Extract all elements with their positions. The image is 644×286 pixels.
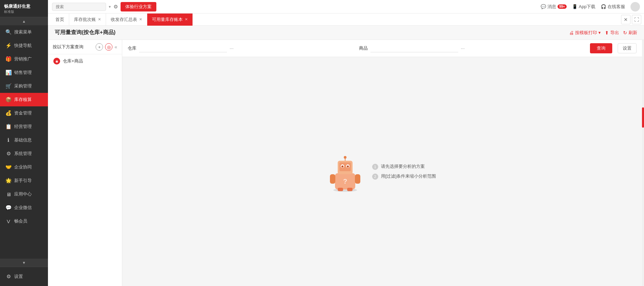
sidebar-scroll: 🔍 搜索菜单 ⚡ 快捷导航 🎁 营销推广 📊 销售管理 🛒 采购管理 📦 库存核…: [0, 25, 48, 259]
sidebar-item-资金管理[interactable]: 💰 资金管理: [0, 106, 48, 120]
sidebar-item-settings-label: 设置: [14, 274, 23, 280]
sidebar: 畅康通好生意 标准版 ▲ 🔍 搜索菜单 ⚡ 快捷导航 🎁 营销推广 📊 销售管理…: [0, 0, 48, 286]
goods-more-icon[interactable]: ···: [461, 46, 465, 51]
sidebar-item-基础信息[interactable]: ℹ 基础信息: [0, 133, 48, 147]
sidebar-icon-1: ⚡: [5, 43, 11, 49]
warehouse-field: 仓库 ···: [128, 44, 354, 52]
filter-item-0[interactable]: ◉ 仓库+商品: [48, 54, 122, 68]
sidebar-label-5: 库存核算: [14, 97, 32, 103]
sidebar-item-企业协同[interactable]: 🤝 企业协同: [0, 160, 48, 174]
right-scrollbar[interactable]: [642, 40, 644, 286]
tab-2[interactable]: 收发存汇总表✕: [106, 14, 147, 26]
add-scheme-button[interactable]: +: [96, 43, 103, 51]
tab-close-icon-3[interactable]: ✕: [185, 18, 188, 21]
sidebar-item-系统管理[interactable]: ⚙ 系统管理: [0, 147, 48, 160]
sidebar-icon-5: 📦: [5, 97, 11, 103]
sidebar-label-10: 企业协同: [14, 164, 32, 170]
sidebar-label-0: 搜索菜单: [14, 29, 32, 35]
sidebar-icon-11: 🌟: [5, 178, 11, 184]
expand-tab-window-btn[interactable]: ⛶: [632, 15, 641, 24]
topbar: ▾ ⚙ 体验行业方案 💬 消息 99+ 📱 App下载 🎧 在线客服: [48, 0, 644, 14]
tab-label-3: 可用量库存账本: [152, 17, 183, 23]
message-icon: 💬: [541, 4, 546, 9]
sidebar-item-采购管理[interactable]: 🛒 采购管理: [0, 79, 48, 93]
app-download-button[interactable]: 📱 App下载: [572, 4, 595, 10]
message-button[interactable]: 💬 消息 99+: [541, 4, 567, 10]
online-service-button[interactable]: 🎧 在线客服: [601, 4, 625, 10]
sidebar-scroll-down[interactable]: ▼: [0, 259, 48, 267]
sidebar-item-应用中心[interactable]: 🖥 应用中心: [0, 187, 48, 201]
sidebar-icon-0: 🔍: [5, 29, 11, 35]
sidebar-item-企业微信[interactable]: 💬 企业微信: [0, 201, 48, 214]
goods-input[interactable]: [370, 44, 458, 52]
message-label: 消息: [547, 4, 556, 10]
main-right: 仓库 ··· 商品 ··· 查询 设置: [122, 40, 642, 286]
search-chevron-icon[interactable]: ▾: [109, 4, 111, 9]
empty-state-text: 1 请先选择要分析的方案 2 用[过滤]条件来缩小分析范围: [372, 163, 436, 180]
sidebar-label-8: 基础信息: [14, 137, 32, 143]
sidebar-label-12: 应用中心: [14, 191, 32, 197]
sidebar-bottom: ⚙ 设置: [0, 267, 48, 286]
page-header-actions: 🖨 按模板打印 ▾ ⬆ 导出 ↻ 刷新: [569, 30, 637, 36]
robot-svg: ?: [328, 155, 362, 192]
topbar-gear-icon[interactable]: ⚙: [113, 4, 118, 10]
hint-text-2: 用[过滤]条件来缩小分析范围: [381, 173, 436, 179]
sidebar-label-7: 经营管理: [14, 124, 32, 130]
refresh-action[interactable]: ↻ 刷新: [623, 30, 637, 36]
sidebar-item-库存核算[interactable]: 📦 库存核算: [0, 93, 48, 106]
sidebar-icon-13: 💬: [5, 205, 11, 211]
hint-text-1: 请先选择要分析的方案: [381, 163, 425, 170]
page-header: 可用量查询(按仓库+商品) 🖨 按模板打印 ▾ ⬆ 导出 ↻ 刷新: [48, 26, 644, 40]
search-input[interactable]: [52, 3, 106, 11]
sidebar-item-营销推广[interactable]: 🎁 营销推广: [0, 52, 48, 66]
sidebar-item-畅会员[interactable]: V 畅会员: [0, 214, 48, 228]
trial-button[interactable]: 体验行业方案: [121, 2, 156, 11]
sidebar-icon-7: 📋: [5, 124, 11, 130]
warehouse-more-icon[interactable]: ···: [230, 46, 234, 51]
refresh-label: 刷新: [628, 30, 637, 36]
warehouse-input[interactable]: [139, 44, 227, 52]
right-scrollbar-thumb: [642, 107, 644, 128]
sidebar-label-1: 快捷导航: [14, 43, 32, 49]
sidebar-item-新手引导[interactable]: 🌟 新手引导: [0, 174, 48, 187]
filter-panel-header: 按以下方案查询 + ◎ «: [48, 40, 122, 54]
sidebar-icon-12: 🖥: [5, 191, 11, 197]
sidebar-item-搜索菜单[interactable]: 🔍 搜索菜单: [0, 25, 48, 39]
sidebar-label-3: 销售管理: [14, 70, 32, 76]
tab-close-icon-2[interactable]: ✕: [139, 18, 142, 21]
tab-3[interactable]: 可用量库存账本✕: [147, 14, 193, 26]
sidebar-item-经营管理[interactable]: 📋 经营管理: [0, 120, 48, 133]
hint-num-2: 2: [372, 174, 378, 180]
close-tab-window-btn[interactable]: ✕: [621, 15, 630, 24]
empty-state: ? 1 请先选择要分析的方案 2 用[过滤]条件来缩小分析范围: [122, 57, 642, 286]
sidebar-label-11: 新手引导: [14, 178, 32, 184]
app-name: 畅康通好生意: [4, 3, 44, 9]
tabs-bar: 首页库存批次账✕收发存汇总表✕可用量库存账本✕ ✕ ⛶: [48, 14, 644, 26]
scheme-settings-button[interactable]: ◎: [105, 43, 112, 51]
sidebar-icon-10: 🤝: [5, 164, 11, 170]
message-badge: 99+: [558, 4, 567, 9]
query-button[interactable]: 查询: [590, 43, 612, 53]
sidebar-scroll-up[interactable]: ▲: [0, 17, 48, 25]
topbar-right: 💬 消息 99+ 📱 App下载 🎧 在线客服: [541, 2, 640, 11]
avatar[interactable]: [630, 2, 640, 11]
headset-icon: 🎧: [601, 4, 606, 9]
collapse-panel-icon[interactable]: «: [114, 44, 117, 50]
tab-label-2: 收发存汇总表: [111, 17, 137, 23]
filter-panel: 按以下方案查询 + ◎ « ◉ 仓库+商品: [48, 40, 122, 286]
sidebar-label-9: 系统管理: [14, 151, 32, 157]
tab-0[interactable]: 首页: [51, 14, 69, 26]
sidebar-item-快捷导航[interactable]: ⚡ 快捷导航: [0, 39, 48, 52]
tab-close-icon-1[interactable]: ✕: [98, 18, 101, 21]
sidebar-item-settings[interactable]: ⚙ 设置: [0, 270, 48, 283]
export-action[interactable]: ⬆ 导出: [605, 30, 619, 36]
sidebar-item-销售管理[interactable]: 📊 销售管理: [0, 66, 48, 79]
tab-1[interactable]: 库存批次账✕: [69, 14, 106, 26]
export-label: 导出: [610, 30, 619, 36]
tabs-right-actions: ✕ ⛶: [621, 15, 641, 24]
goods-label: 商品: [359, 45, 368, 51]
sidebar-label-14: 畅会员: [14, 218, 27, 224]
print-action[interactable]: 🖨 按模板打印 ▾: [569, 30, 601, 36]
settings-button[interactable]: 设置: [618, 43, 637, 53]
sidebar-label-2: 营销推广: [14, 56, 32, 62]
